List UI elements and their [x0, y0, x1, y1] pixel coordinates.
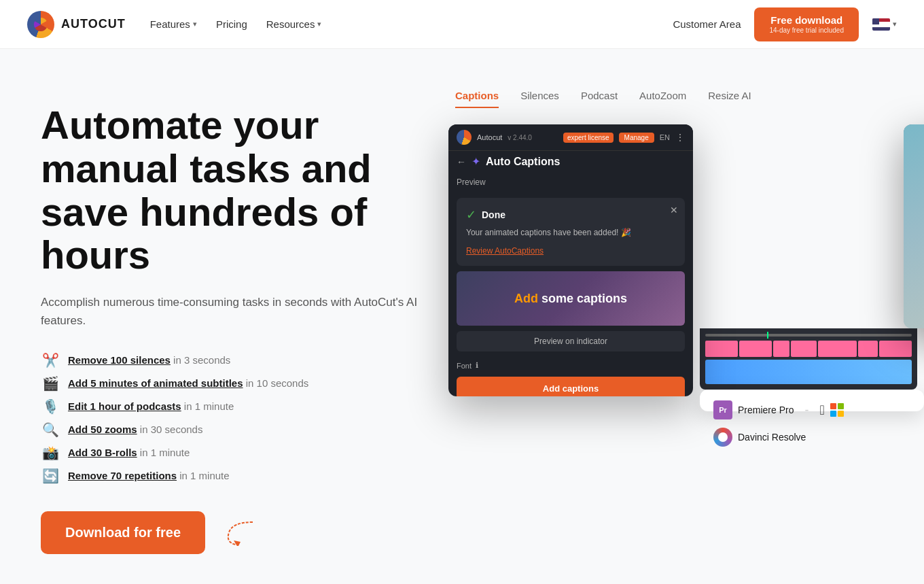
timeline-panel [700, 328, 917, 390]
podcast-icon: 🎙️ [41, 398, 60, 415]
broll-icon: 📸 [41, 445, 60, 461]
feature-link-3[interactable]: Add 50 zooms [68, 424, 137, 435]
app-screenshot: Autocut v 2.44.0 expert license Manage E… [448, 124, 693, 396]
logo[interactable]: AUTOCUT [27, 11, 126, 38]
preview-indicator-btn[interactable]: Preview on indicator [457, 331, 685, 351]
nav-features[interactable]: Features ▾ [150, 13, 197, 35]
feature-item-1: 🎬 Add 5 minutes of animated subtitles in… [41, 375, 421, 392]
captions-icon: 🎬 [41, 375, 60, 392]
win-quad-3 [830, 411, 836, 417]
customer-area-link[interactable]: Customer Area [673, 18, 741, 30]
timeline-track-pink [705, 341, 912, 357]
badge-row: Pr Premiere Pro -  [713, 400, 910, 419]
software-badges: Pr Premiere Pro -  [700, 390, 924, 411]
video-preview-panel: rewards it very well [904, 124, 924, 328]
feature-link-4[interactable]: Add 30 B-rolls [68, 447, 137, 458]
app-header-right: expert license Manage EN ⋮ [563, 132, 685, 143]
close-icon[interactable]: ✕ [670, 205, 678, 216]
screen-title: Auto Captions [486, 156, 560, 168]
timeline-seg-1 [705, 341, 738, 357]
video-caption-overlay: rewards it very well [904, 284, 924, 301]
app-logo-sm [457, 130, 472, 145]
feature-time-5: in 1 minute [179, 470, 229, 481]
done-dialog: ✓ Done ✕ Your animated captions have bee… [457, 198, 685, 266]
hero-title: Automate your manual tasks and save hund… [41, 103, 421, 277]
app-lang: EN [660, 133, 670, 141]
feature-item-4: 📸 Add 30 B-rolls in 1 minute [41, 445, 421, 461]
windows-icon [830, 403, 844, 417]
add-captions-button[interactable]: Add captions [457, 377, 685, 396]
feature-item-0: ✂️ Remove 100 silences in 3 seconds [41, 352, 421, 368]
navbar: AUTOCUT Features ▾ Pricing Resources ▾ C… [0, 0, 924, 49]
preview-label: Preview [448, 172, 693, 192]
nav-resources[interactable]: Resources ▾ [266, 13, 322, 35]
manage-button[interactable]: Manage [619, 133, 654, 143]
us-flag-icon [872, 18, 890, 31]
nav-right: Customer Area Free download 14-day free … [673, 7, 897, 41]
win-quad-1 [830, 403, 836, 409]
logo-icon [27, 11, 54, 38]
feature-list: ✂️ Remove 100 silences in 3 seconds 🎬 Ad… [41, 352, 421, 484]
app-back-row: ← ✦ Auto Captions [448, 151, 693, 172]
feature-time-2: in 1 minute [184, 400, 234, 412]
hero-left: Automate your manual tasks and save hund… [41, 90, 421, 554]
timeline-scrubber [705, 334, 912, 337]
app-version: v 2.44.0 [508, 134, 532, 141]
svg-marker-1 [234, 540, 241, 546]
lang-chevron-icon: ▾ [893, 20, 897, 29]
premiere-icon: Pr [713, 400, 732, 419]
nav-links: Features ▾ Pricing Resources ▾ [150, 13, 322, 35]
font-row: Font ℹ [448, 357, 693, 374]
tab-silences[interactable]: Silences [520, 90, 559, 108]
scissors-icon: ✂️ [41, 352, 60, 368]
language-selector[interactable]: ▾ [872, 18, 897, 31]
badge-row-2: Davinci Resolve [713, 428, 910, 447]
caption-word-rest: some captions [538, 292, 627, 305]
trial-text: 14-day free trial included [769, 27, 844, 35]
tab-podcast[interactable]: Podcast [581, 90, 618, 108]
app-menu-icon[interactable]: ⋮ [675, 132, 685, 143]
download-row: Download for free [41, 511, 421, 554]
check-circle-icon: ✓ [466, 207, 476, 222]
davinci-icon [713, 428, 732, 447]
premiere-label: Premiere Pro [738, 405, 794, 415]
font-label: Font [457, 362, 472, 370]
video-thumbnail: rewards it very well [904, 124, 924, 328]
hero-subtitle: Accomplish numerous time-consuming tasks… [41, 293, 421, 330]
nav-pricing[interactable]: Pricing [216, 13, 247, 35]
tab-captions[interactable]: Captions [455, 90, 499, 108]
hero-section: Automate your manual tasks and save hund… [0, 49, 924, 584]
premiere-item: Pr Premiere Pro [713, 400, 794, 419]
feature-link-2[interactable]: Edit 1 hour of podcasts [68, 400, 181, 412]
app-logo-row: Autocut v 2.44.0 [457, 130, 532, 145]
back-icon[interactable]: ← [457, 156, 466, 167]
feature-link-0[interactable]: Remove 100 silences [68, 354, 171, 366]
app-header: Autocut v 2.44.0 expert license Manage E… [448, 124, 693, 151]
timeline-audio-track [705, 360, 912, 384]
free-download-button[interactable]: Free download 14-day free trial included [754, 7, 859, 41]
timeline-cursor [767, 332, 768, 339]
feature-link-5[interactable]: Remove 70 repetitions [68, 470, 177, 481]
timeline-seg-7 [879, 341, 912, 357]
nav-left: AUTOCUT Features ▾ Pricing Resources ▾ [27, 11, 321, 38]
info-icon: ℹ [476, 361, 478, 370]
app-license-badge: expert license [563, 133, 614, 143]
captions-icon-sm: ✦ [472, 155, 480, 168]
review-link[interactable]: Review AutoCaptions [466, 246, 544, 256]
resources-chevron-icon: ▾ [317, 20, 321, 29]
done-row: ✓ Done [466, 207, 675, 222]
tab-autozoom[interactable]: AutoZoom [639, 90, 686, 108]
tab-resize-ai[interactable]: Resize AI [708, 90, 751, 108]
download-button[interactable]: Download for free [41, 511, 205, 554]
arrow-decoration [219, 519, 260, 546]
hero-right: Captions Silences Podcast AutoZoom Resiz… [448, 90, 883, 396]
feature-time-1: in 10 seconds [246, 377, 309, 389]
app-name-label: Autocut [477, 133, 502, 141]
feature-time-4: in 1 minute [140, 447, 190, 458]
product-tabs: Captions Silences Podcast AutoZoom Resiz… [448, 90, 883, 108]
zoom-icon: 🔍 [41, 422, 60, 438]
feature-link-1[interactable]: Add 5 minutes of animated subtitles [68, 377, 243, 389]
timeline-seg-2 [739, 341, 772, 357]
feature-item-5: 🔄 Remove 70 repetitions in 1 minute [41, 468, 421, 484]
timeline-seg-5 [818, 341, 857, 357]
